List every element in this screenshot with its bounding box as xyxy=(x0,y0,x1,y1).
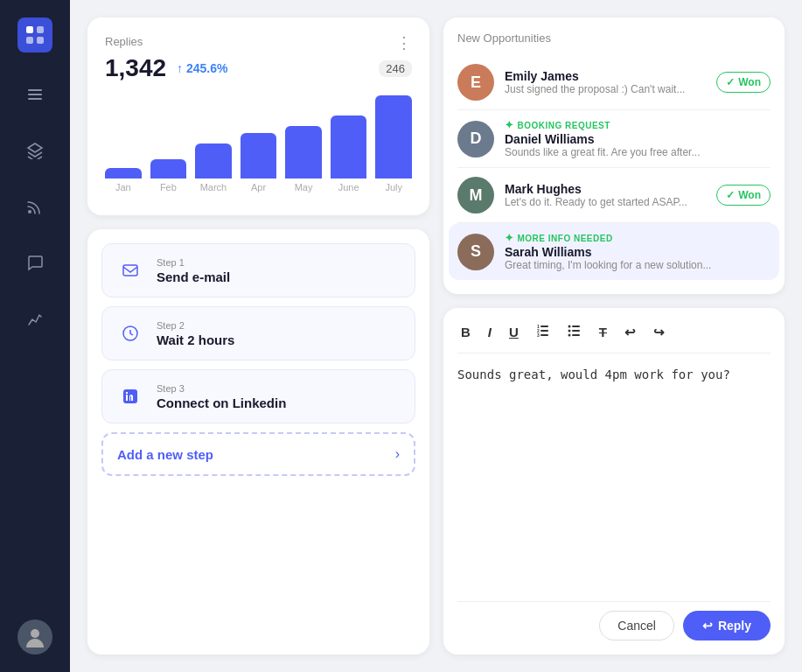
svg-rect-13 xyxy=(126,392,128,394)
chart-badge: 246 xyxy=(379,60,412,77)
svg-rect-0 xyxy=(26,26,33,33)
bar-label: Jan xyxy=(115,182,131,192)
step-name: Connect on Linkedin xyxy=(157,396,401,410)
svg-point-21 xyxy=(568,330,570,332)
svg-rect-12 xyxy=(126,395,128,401)
opportunities-title: New Opportunities xyxy=(457,32,771,45)
logo-button[interactable] xyxy=(17,18,52,52)
step-item[interactable]: Step 2Wait 2 hours xyxy=(101,306,415,360)
won-badge: ✓ Won xyxy=(716,72,771,93)
steps-card: Step 1Send e-mail Step 2Wait 2 hours Ste… xyxy=(87,229,429,654)
opp-tag: ✦ MORE INFO NEEDED xyxy=(505,232,771,244)
sidebar-item-feed[interactable] xyxy=(19,191,51,222)
opp-preview: Great timing, I'm looking for a new solu… xyxy=(505,259,771,271)
step-text: Step 3Connect on Linkedin xyxy=(157,383,401,410)
opp-info: Emily JamesJust signed the proposal :) C… xyxy=(505,69,706,95)
step-label: Step 2 xyxy=(157,320,401,331)
bar-label: Apr xyxy=(251,182,266,192)
user-avatar[interactable] xyxy=(17,620,52,654)
step-text: Step 2Wait 2 hours xyxy=(157,320,401,347)
opp-info: ✦ MORE INFO NEEDEDSarah WilliamsGreat ti… xyxy=(505,232,771,271)
bar-group: May xyxy=(285,126,322,192)
bar-group: Jan xyxy=(105,168,142,192)
opp-tag: ✦ BOOKING REQUEST xyxy=(505,119,771,131)
bar-group: July xyxy=(375,95,412,192)
email-icon xyxy=(116,256,144,284)
svg-point-7 xyxy=(28,210,31,214)
underline-button[interactable]: U xyxy=(506,323,522,341)
reply-icon: ↩ xyxy=(702,619,713,633)
bar-chart: JanFebMarchAprMayJuneJuly xyxy=(105,96,412,192)
svg-rect-24 xyxy=(572,330,580,332)
bar xyxy=(195,144,232,178)
right-panel: New Opportunities EEmily JamesJust signe… xyxy=(443,18,785,654)
strikethrough-button[interactable]: T xyxy=(596,323,610,341)
opportunity-item[interactable]: D✦ BOOKING REQUESTDaniel WilliamsSounds … xyxy=(457,110,771,168)
step-label: Step 1 xyxy=(157,257,401,268)
bar xyxy=(105,168,142,178)
opp-info: Mark HughesLet's do it. Ready to get sta… xyxy=(505,182,706,208)
opp-info: ✦ BOOKING REQUESTDaniel WilliamsSounds l… xyxy=(505,119,771,158)
opp-avatar: S xyxy=(457,234,494,270)
bar xyxy=(241,133,277,178)
svg-rect-25 xyxy=(572,334,580,336)
svg-rect-15 xyxy=(540,330,548,332)
step-item[interactable]: Step 1Send e-mail xyxy=(101,243,415,298)
bar xyxy=(150,159,187,178)
opp-name: Daniel Williams xyxy=(505,132,771,146)
bold-button[interactable]: B xyxy=(457,323,474,341)
chart-number: 1,342 xyxy=(105,54,166,82)
reply-textarea[interactable] xyxy=(457,362,771,592)
bar-label: March xyxy=(200,182,227,192)
svg-rect-2 xyxy=(26,37,33,44)
opp-name: Emily James xyxy=(505,69,706,83)
bar-group: Feb xyxy=(150,159,187,192)
sidebar-item-chat[interactable] xyxy=(19,247,51,278)
bar xyxy=(375,95,412,178)
main-content: Replies ⋮ 1,342 ↑ 245.6% 246 JanFebMarch… xyxy=(70,0,802,672)
reply-actions: Cancel ↩ Reply xyxy=(457,601,771,640)
sidebar-nav xyxy=(19,79,51,620)
opp-avatar: E xyxy=(457,64,494,101)
add-step-arrow-icon: › xyxy=(395,446,400,462)
opp-preview: Sounds like a great fit. Are you free af… xyxy=(505,146,771,158)
redo-button[interactable]: ↪ xyxy=(650,323,668,342)
sidebar-item-layers[interactable] xyxy=(19,135,51,166)
step-item[interactable]: Step 3Connect on Linkedin xyxy=(101,369,415,424)
svg-point-8 xyxy=(31,629,39,638)
reply-button[interactable]: ↩ Reply xyxy=(683,611,771,640)
italic-button[interactable]: I xyxy=(485,323,495,341)
svg-rect-4 xyxy=(28,89,42,91)
chart-more-button[interactable]: ⋮ xyxy=(396,35,412,51)
reply-toolbar: B I U 1 2 3 xyxy=(457,322,771,354)
chart-card: Replies ⋮ 1,342 ↑ 245.6% 246 JanFebMarch… xyxy=(87,18,429,215)
bar xyxy=(285,126,322,178)
svg-point-22 xyxy=(568,334,570,337)
won-badge: ✓ Won xyxy=(716,185,771,206)
opp-name: Mark Hughes xyxy=(505,182,706,196)
bar-label: May xyxy=(295,182,313,192)
add-step-button[interactable]: Add a new step › xyxy=(101,432,415,476)
bar-label: Feb xyxy=(160,182,177,192)
opportunity-item[interactable]: EEmily JamesJust signed the proposal :) … xyxy=(457,55,771,110)
clock-icon xyxy=(116,319,144,347)
opp-avatar: D xyxy=(457,121,494,158)
opportunity-item[interactable]: S✦ MORE INFO NEEDEDSarah WilliamsGreat t… xyxy=(449,223,779,280)
add-step-label: Add a new step xyxy=(117,447,213,462)
svg-rect-6 xyxy=(28,98,42,100)
bar-group: June xyxy=(331,116,367,192)
sidebar-item-list[interactable] xyxy=(19,79,51,110)
ordered-list-button[interactable]: 1 2 3 xyxy=(533,322,554,342)
svg-rect-1 xyxy=(37,26,44,33)
step-name: Send e-mail xyxy=(157,270,401,284)
reply-label: Reply xyxy=(718,619,751,633)
cancel-button[interactable]: Cancel xyxy=(599,611,674,640)
unordered-list-button[interactable] xyxy=(564,322,585,342)
undo-button[interactable]: ↩ xyxy=(621,323,639,342)
opp-preview: Let's do it. Ready to get started ASAP..… xyxy=(505,196,706,208)
svg-rect-3 xyxy=(37,37,44,44)
opportunity-item[interactable]: MMark HughesLet's do it. Ready to get st… xyxy=(457,168,771,223)
sidebar-item-analytics[interactable] xyxy=(19,303,51,334)
opp-avatar: M xyxy=(457,177,494,214)
opportunities-card: New Opportunities EEmily JamesJust signe… xyxy=(443,18,785,294)
